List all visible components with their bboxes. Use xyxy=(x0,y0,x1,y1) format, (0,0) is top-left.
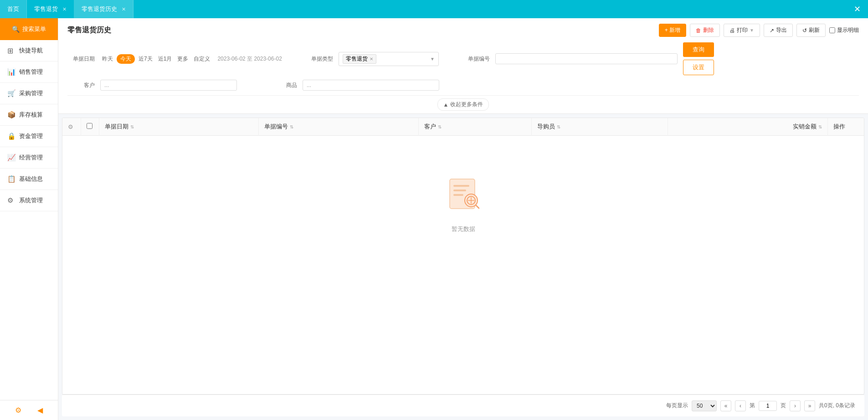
query-button[interactable]: 查询 xyxy=(683,42,714,57)
select-all-checkbox[interactable] xyxy=(87,123,92,129)
top-bar: 首页 零售退货 ✕ 零售退货历史 ✕ ✕ xyxy=(0,0,868,18)
th-amount-label: 实销金额 xyxy=(793,123,817,131)
search-menu-button[interactable]: 🔍 搜索菜单 xyxy=(0,18,58,40)
pagination-bar: 每页显示 50 10 20 100 « ‹ 第 页 › » 共0页, 0条记录 xyxy=(62,394,864,416)
th-date-label: 单据日期 xyxy=(105,123,128,131)
th-amount-sort-icon[interactable]: ⇅ xyxy=(818,124,822,129)
th-checkbox xyxy=(81,118,99,136)
voucher-type-chevron-icon: ▼ xyxy=(430,56,435,61)
th-operation: 操作 xyxy=(827,118,864,136)
sidebar-item-system-label: 系统管理 xyxy=(19,196,43,205)
sales-icon: 📊 xyxy=(7,68,15,76)
tab-retail-return-history-close[interactable]: ✕ xyxy=(122,6,126,12)
tab-retail-return-history[interactable]: 零售退货历史 ✕ xyxy=(74,0,134,18)
page-size-label: 每页显示 xyxy=(666,402,688,410)
date-more-btn[interactable]: 更多 xyxy=(175,54,190,64)
export-icon: ↗ xyxy=(770,27,774,34)
export-button[interactable]: ↗ 导出 xyxy=(764,24,793,37)
customer-filter-label: 客户 xyxy=(67,82,95,89)
sidebar-item-operation-label: 经营管理 xyxy=(19,154,43,162)
voucher-type-select[interactable]: 零售退货 ✕ ▼ xyxy=(339,52,439,66)
sidebar-item-basic-info-label: 基础信息 xyxy=(19,175,43,183)
th-customer-sort-icon[interactable]: ⇅ xyxy=(438,124,442,129)
filter-section: 单据日期 昨天 今天 近7天 近1月 更多 自定义 2023-06-02 至 2… xyxy=(67,42,859,113)
quick-nav-icon: ⊞ xyxy=(7,46,15,55)
content-area: 零售退货历史 + 新增 🗑 删除 🖨 打印 ▼ ↗ 导出 xyxy=(58,18,868,420)
action-buttons: 查询 设置 xyxy=(683,42,714,75)
filter-row-customer: 客户 ... 商品 ... xyxy=(67,80,859,91)
date-1month-btn[interactable]: 近1月 xyxy=(156,54,174,64)
svg-rect-3 xyxy=(453,194,463,196)
sidebar-item-operation[interactable]: 📈 经营管理 xyxy=(0,147,58,169)
set-button[interactable]: 设置 xyxy=(683,60,714,75)
table-settings-icon[interactable]: ⚙ xyxy=(68,123,73,130)
date-yesterday-btn[interactable]: 昨天 xyxy=(100,54,115,64)
window-close-button[interactable]: ✕ xyxy=(854,4,861,14)
goods-input-wrap[interactable]: ... xyxy=(303,80,439,91)
th-customer: 客户 ⇅ xyxy=(418,118,531,136)
toolbar: + 新增 🗑 删除 🖨 打印 ▼ ↗ 导出 ↺ xyxy=(659,24,859,37)
voucher-type-tag-close[interactable]: ✕ xyxy=(370,56,373,61)
empty-state-row: 暂无数据 xyxy=(62,136,864,270)
next-page-button[interactable]: › xyxy=(790,400,801,411)
tab-retail-return-close[interactable]: ✕ xyxy=(62,6,67,12)
purchase-icon: 🛒 xyxy=(7,89,15,97)
page-title: 零售退货历史 xyxy=(67,26,111,35)
sidebar-item-sales[interactable]: 📊 销售管理 xyxy=(0,61,58,83)
date-custom-btn[interactable]: 自定义 xyxy=(192,54,212,64)
print-icon: 🖨 xyxy=(729,27,735,34)
tab-home-label: 首页 xyxy=(7,5,19,13)
tab-bar: 首页 零售退货 ✕ 零售退货历史 ✕ xyxy=(0,0,854,18)
page-number-input[interactable] xyxy=(759,401,777,411)
page-title-row: 零售退货历史 + 新增 🗑 删除 🖨 打印 ▼ ↗ 导出 xyxy=(67,24,859,37)
last-page-button[interactable]: » xyxy=(804,400,815,411)
th-date: 单据日期 ⇅ xyxy=(99,118,259,136)
goods-filter-label: 商品 xyxy=(270,82,297,89)
date-7days-btn[interactable]: 近7天 xyxy=(137,54,154,64)
filter-row-date: 单据日期 昨天 今天 近7天 近1月 更多 自定义 2023-06-02 至 2… xyxy=(67,42,859,75)
sidebar-item-purchase[interactable]: 🛒 采购管理 xyxy=(0,83,58,104)
prev-page-button[interactable]: ‹ xyxy=(735,400,746,411)
sidebar-item-inventory[interactable]: 📦 库存核算 xyxy=(0,104,58,126)
settings-bottom-icon[interactable]: ⚙ xyxy=(15,406,21,415)
th-number-sort-icon[interactable]: ⇅ xyxy=(290,124,293,129)
tab-home[interactable]: 首页 xyxy=(0,0,27,18)
delete-button[interactable]: 🗑 删除 xyxy=(690,24,720,37)
collapse-filter-button[interactable]: ▲ 收起更多条件 xyxy=(437,98,489,111)
finance-icon: 🔒 xyxy=(7,132,15,140)
refresh-icon: ↺ xyxy=(802,27,807,34)
voucher-number-input[interactable] xyxy=(495,53,678,64)
sidebar-item-finance-label: 资金管理 xyxy=(19,132,43,140)
collapse-sidebar-icon[interactable]: ◀ xyxy=(37,406,43,415)
show-detail-checkbox[interactable] xyxy=(829,27,835,33)
show-detail-checkbox-label[interactable]: 显示明细 xyxy=(829,26,859,34)
date-today-btn[interactable]: 今天 xyxy=(117,54,135,64)
sidebar-item-finance[interactable]: 🔒 资金管理 xyxy=(0,126,58,147)
refresh-button[interactable]: ↺ 刷新 xyxy=(796,24,826,37)
svg-rect-1 xyxy=(453,185,469,187)
first-page-button[interactable]: « xyxy=(720,400,731,411)
sidebar-item-basic-info[interactable]: 📋 基础信息 xyxy=(0,169,58,190)
sidebar-item-system[interactable]: ⚙ 系统管理 xyxy=(0,190,58,211)
collapse-filter-label: 收起更多条件 xyxy=(450,101,483,108)
page-size-select[interactable]: 50 10 20 100 xyxy=(692,400,717,411)
th-settings: ⚙ xyxy=(62,118,81,136)
th-number-label: 单据编号 xyxy=(264,123,288,131)
print-button[interactable]: 🖨 打印 ▼ xyxy=(724,24,760,37)
date-filter-label: 单据日期 xyxy=(67,55,95,63)
operation-icon: 📈 xyxy=(7,154,15,162)
th-date-sort-icon[interactable]: ⇅ xyxy=(130,124,134,129)
th-guide-sort-icon[interactable]: ⇅ xyxy=(557,124,560,129)
delete-icon: 🗑 xyxy=(696,27,701,34)
new-button[interactable]: + 新增 xyxy=(659,24,686,37)
sidebar-item-quick-nav[interactable]: ⊞ 快捷导航 xyxy=(0,40,58,61)
tab-retail-return[interactable]: 零售退货 ✕ xyxy=(27,0,74,18)
voucher-type-tag: 零售退货 ✕ xyxy=(343,54,376,64)
customer-input-wrap[interactable]: ... xyxy=(100,80,237,91)
goods-placeholder: ... xyxy=(307,82,311,88)
th-guide: 导购员 ⇅ xyxy=(531,118,668,136)
sidebar-item-quick-nav-label: 快捷导航 xyxy=(19,46,43,55)
svg-line-6 xyxy=(476,205,479,208)
sidebar-bottom: ⚙ ◀ xyxy=(0,400,58,420)
sidebar-item-purchase-label: 采购管理 xyxy=(19,89,43,97)
